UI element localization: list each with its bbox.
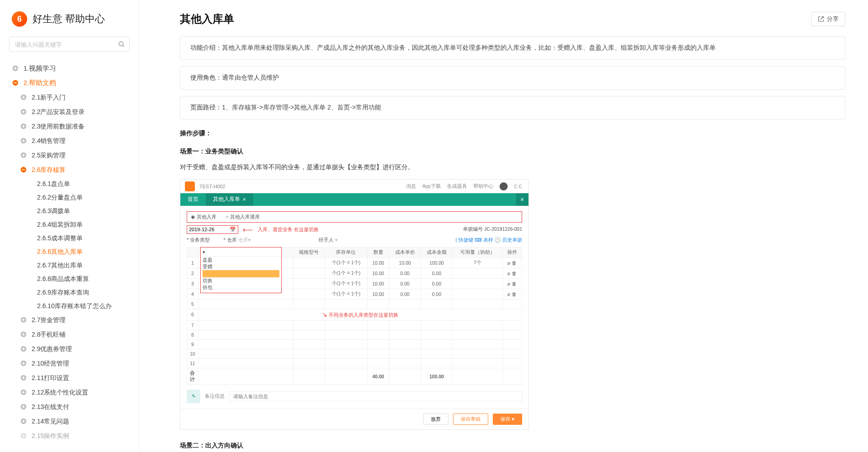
table-row: 11 (187, 358, 522, 368)
svg-rect-12 (23, 110, 24, 114)
plus-icon (20, 345, 27, 352)
table-row: 10 (187, 349, 522, 358)
avatar-icon (500, 182, 508, 190)
nav-2-4[interactable]: 2.4销售管理 (9, 133, 130, 148)
svg-rect-41 (23, 391, 24, 394)
ss-tab-doc: 其他入库单× (206, 193, 253, 206)
ss-top-link: 消息 (406, 183, 416, 190)
svg-rect-23 (22, 169, 25, 170)
nav-2-9[interactable]: 2.9优惠券管理 (9, 342, 130, 356)
ss-radio-in: ◉ 其他入库 (191, 214, 217, 220)
nav-docs[interactable]: 2.帮助文档 (9, 76, 130, 90)
nav-2-7[interactable]: 2.7资金管理 (9, 313, 130, 327)
intro-text: 其他入库单用来处理除采购入库、产成品入库之外的其他入库业务，因此其他入库单可处理… (222, 44, 716, 51)
nav-2-6-4[interactable]: 2.6.4组装拆卸单 (9, 218, 130, 231)
ss-annotation-mid: 不同业务的入库类型在这里切换 (329, 312, 398, 318)
svg-rect-47 (23, 420, 24, 423)
arrow-icon: ⟵ (243, 225, 253, 234)
svg-rect-50 (23, 434, 24, 438)
plus-icon (20, 123, 27, 130)
nav-tree: 1.视频学习 2.帮助文档 2.1新手入门 2.2产品安装及登录 2.3使用前数… (9, 61, 130, 443)
main-content: 其他入库单 分享 功能介绍：其他入库单用来处理除采购入库、产成品入库之外的其他入… (139, 0, 868, 452)
nav-2-1[interactable]: 2.1新手入门 (9, 90, 130, 105)
plus-icon (20, 108, 27, 115)
plus-icon (20, 94, 27, 101)
nav-2-6-1[interactable]: 2.6.1盘点单 (9, 177, 130, 190)
nav-2-10[interactable]: 2.10经营管理 (9, 356, 130, 371)
ss-radio-group: ◉ 其他入库 ○ 其他入库退库 (187, 211, 522, 223)
intro-box: 功能介绍：其他入库单用来处理除采购入库、产成品入库之外的其他入库业务，因此其他入… (180, 36, 845, 60)
nav-2-6-10[interactable]: 2.6.10库存账本错了怎么办 (9, 299, 130, 313)
nav-2-12[interactable]: 2.12系统个性化设置 (9, 385, 130, 400)
arrow-icon: ↘ (322, 311, 327, 318)
table-row: 6↘ 不同业务的入库类型在这里切换 (187, 309, 522, 320)
svg-rect-4 (15, 67, 16, 70)
site-title: 好生意 帮助中心 (33, 12, 105, 26)
plus-icon (20, 374, 27, 381)
ss-remark-input (229, 391, 522, 401)
sidebar: 6 好生意 帮助中心 1.视频学习 2.帮助文档 2.1新手入门 2.2产品安装… (0, 0, 139, 452)
nav-2-6-2[interactable]: 2.6.2分量盘点单 (9, 190, 130, 204)
table-total-row: 合计40.00100.00 (187, 368, 522, 385)
plus-icon (20, 331, 27, 338)
logo-icon: 6 (12, 11, 27, 27)
search-input[interactable] (9, 37, 130, 52)
path-label: 页面路径： (190, 104, 222, 111)
nav-2-8[interactable]: 2.8手机旺铺 (9, 327, 130, 342)
intro-label: 功能介绍： (190, 44, 222, 51)
nav-2-6-5[interactable]: 2.6.5成本调整单 (9, 231, 130, 245)
ss-dropdown: ▾ 盘盈 受赠 切换 拆包 (200, 247, 282, 293)
ss-tenant: TEST-H002 (199, 184, 225, 189)
scene1-title: 场景一：业务类型确认 (180, 147, 845, 156)
nav-2-5[interactable]: 2.5采购管理 (9, 148, 130, 162)
share-button[interactable]: 分享 (811, 12, 845, 26)
ss-footer: 放弃 保存草稿 保存 ▾ (180, 409, 528, 429)
svg-rect-29 (23, 333, 24, 336)
nav-2-6-6[interactable]: 2.6.6其他入库单 (9, 245, 130, 258)
table-row: 5 (187, 299, 522, 309)
ss-top-link: 帮助中心 (473, 183, 493, 190)
embedded-screenshot: TEST-H002 消息 App下载 生成器具 帮助中心 C C 首页 其他入库… (180, 179, 529, 430)
plus-icon (20, 432, 27, 439)
minus-icon (12, 79, 19, 86)
nav-2-3[interactable]: 2.3使用前数据准备 (9, 119, 130, 133)
minus-icon (20, 166, 27, 173)
role-box: 使用角色：通常由仓管人员维护 (180, 66, 845, 90)
ss-date-box: 📅 (187, 225, 238, 234)
ss-date-input (189, 227, 230, 232)
nav-video[interactable]: 1.视频学习 (9, 61, 130, 76)
nav-2-14[interactable]: 2.14常见问题 (9, 414, 130, 428)
svg-rect-21 (23, 154, 24, 157)
path-box: 页面路径：1、库存核算->库存管理->其他入库单 2、首页->常用功能 (180, 96, 845, 119)
search-icon[interactable] (118, 41, 125, 48)
nav-2-6-9[interactable]: 2.6.9库存账本查询 (9, 285, 130, 299)
ss-tabs: 首页 其他入库单× × (180, 193, 528, 206)
search-box (9, 37, 130, 52)
scene1-desc: 对于受赠、盘盈或是拆装入库等不同的业务，是通过单据头【业务类型】进行区分。 (180, 162, 845, 173)
svg-rect-6 (14, 82, 17, 83)
plus-icon (12, 65, 19, 72)
ss-top-link: 生成器具 (447, 183, 467, 190)
table-row: 9 (187, 339, 522, 349)
nav-label: 2.帮助文档 (24, 80, 56, 86)
table-row: 8 (187, 330, 522, 339)
plus-icon (20, 152, 27, 159)
nav-2-13[interactable]: 2.13在线支付 (9, 400, 130, 414)
plus-icon (20, 137, 27, 144)
svg-rect-15 (23, 125, 24, 128)
site-logo[interactable]: 6 好生意 帮助中心 (9, 11, 130, 27)
nav-2-15[interactable]: 2.15操作实例 (9, 428, 130, 443)
nav-2-6-8[interactable]: 2.6.8商品成本重算 (9, 272, 130, 285)
nav-2-6-3[interactable]: 2.6.3调拨单 (9, 204, 130, 218)
plus-icon (20, 360, 27, 367)
steps-label: 操作步骤： (180, 129, 845, 138)
share-icon (818, 16, 824, 22)
ss-save-button: 保存 ▾ (493, 414, 522, 425)
nav-2-11[interactable]: 2.11打印设置 (9, 371, 130, 385)
scene2-title: 场景二：出入方向确认 (180, 442, 845, 450)
nav-2-6[interactable]: 2.6库存核算 (9, 162, 130, 177)
nav-2-6-7[interactable]: 2.6.7其他出库单 (9, 258, 130, 272)
page-title: 其他入库单 (180, 12, 234, 26)
nav-2-2[interactable]: 2.2产品安装及登录 (9, 105, 130, 119)
ss-tab-home: 首页 (180, 193, 206, 206)
